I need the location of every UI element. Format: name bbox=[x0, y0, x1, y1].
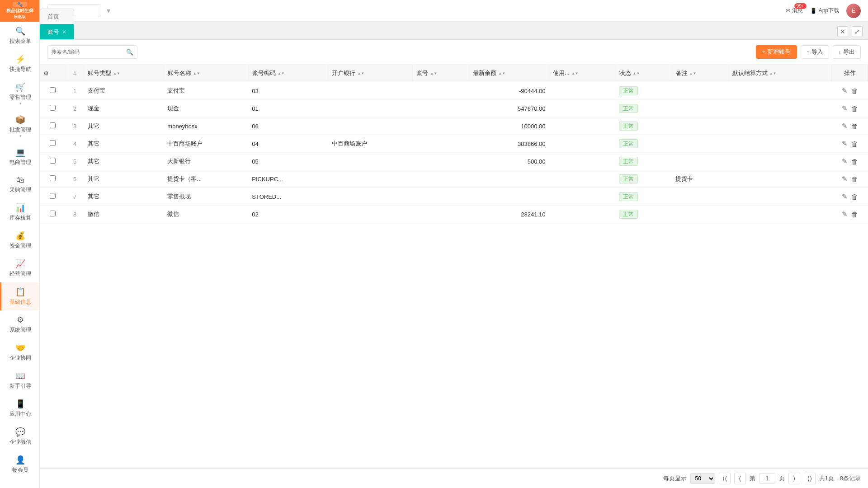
sidebar-icon-purchase-mgmt: 🛍 bbox=[16, 175, 24, 185]
col-header-name[interactable]: 账号名称▲▼ bbox=[164, 65, 248, 82]
sort-bank[interactable]: ▲▼ bbox=[357, 71, 364, 75]
row-checkbox-1[interactable] bbox=[50, 105, 56, 111]
edit-btn-2[interactable]: ✎ bbox=[842, 122, 848, 130]
tab-account[interactable]: 账号✕ bbox=[40, 24, 74, 39]
col-header-type[interactable]: 账号类型▲▼ bbox=[84, 65, 164, 82]
app-download-icon: 📱 bbox=[810, 8, 817, 14]
sidebar-item-ops-mgmt[interactable]: 📈 经营管理 bbox=[0, 254, 39, 282]
delete-btn-6[interactable]: 🗑 bbox=[851, 193, 858, 201]
delete-btn-0[interactable]: 🗑 bbox=[851, 87, 858, 95]
logo: 🐾 粮品优时生鲜 乐惠版 bbox=[0, 0, 39, 22]
delete-btn-2[interactable]: 🗑 bbox=[851, 122, 858, 130]
delete-btn-4[interactable]: 🗑 bbox=[851, 158, 858, 165]
sidebar-item-purchase-mgmt[interactable]: 🛍 采购管理 bbox=[0, 171, 39, 198]
row-ops-7: ✎ 🗑 bbox=[832, 206, 868, 223]
delete-btn-3[interactable]: 🗑 bbox=[851, 140, 858, 148]
row-checkbox-4[interactable] bbox=[50, 158, 56, 164]
delete-btn-1[interactable]: 🗑 bbox=[851, 105, 858, 113]
tab-close-button[interactable]: ✕ bbox=[837, 26, 848, 37]
delete-btn-7[interactable]: 🗑 bbox=[851, 211, 858, 218]
sidebar-item-quick-nav[interactable]: ⚡ 快捷导航 bbox=[0, 50, 39, 78]
sort-remark[interactable]: ▲▼ bbox=[689, 71, 697, 75]
header-dropdown-icon[interactable]: ▾ bbox=[107, 6, 110, 15]
row-checkbox-6[interactable] bbox=[50, 193, 56, 199]
edit-btn-4[interactable]: ✎ bbox=[842, 157, 848, 165]
import-button[interactable]: ↑ 导入 bbox=[801, 45, 829, 59]
col-header-status[interactable]: 状态▲▼ bbox=[615, 65, 672, 82]
tab-home[interactable]: 首页 bbox=[40, 9, 74, 24]
sidebar-item-basic-info[interactable]: 📋 基础信息 bbox=[0, 282, 39, 310]
tab-close-account[interactable]: ✕ bbox=[62, 29, 66, 35]
col-header-ops: 操作 bbox=[832, 65, 868, 82]
sort-type[interactable]: ▲▼ bbox=[113, 71, 120, 75]
col-header-bank[interactable]: 开户银行▲▼ bbox=[328, 65, 413, 82]
sidebar-item-wholesale-mgmt[interactable]: 📦 批发管理 ▾ bbox=[0, 110, 39, 143]
col-header-remark[interactable]: 备注▲▼ bbox=[672, 65, 728, 82]
sidebar-item-enterprise-agreement[interactable]: 🤝 企业协同 bbox=[0, 338, 39, 366]
edit-btn-1[interactable]: ✎ bbox=[842, 104, 848, 113]
next-page-button[interactable]: ⟩ bbox=[788, 473, 800, 484]
edit-btn-7[interactable]: ✎ bbox=[842, 210, 848, 218]
col-header-balance[interactable]: 最新余额▲▼ bbox=[469, 65, 549, 82]
message-button[interactable]: ✉ 消息 99+ bbox=[786, 7, 803, 14]
row-checkbox-3[interactable] bbox=[50, 140, 56, 146]
export-label: 导出 bbox=[843, 48, 855, 56]
row-checkbox-5[interactable] bbox=[50, 175, 56, 181]
row-remark-4 bbox=[672, 153, 728, 170]
sidebar-item-inventory[interactable]: 📊 库存核算 bbox=[0, 198, 39, 226]
export-icon: ↓ bbox=[839, 49, 842, 56]
row-type-4: 其它 bbox=[84, 153, 164, 170]
row-name-6: 零售抵现 bbox=[164, 188, 248, 206]
sort-account[interactable]: ▲▼ bbox=[430, 71, 437, 75]
sort-status[interactable]: ▲▼ bbox=[633, 71, 640, 75]
row-usage-3 bbox=[549, 135, 616, 153]
tab-bar-actions: ✕ ⤢ bbox=[832, 24, 868, 39]
first-page-button[interactable]: ⟨⟨ bbox=[719, 473, 731, 484]
row-checkbox-2[interactable] bbox=[50, 122, 56, 128]
row-checkbox-0[interactable] bbox=[50, 87, 56, 93]
delete-btn-5[interactable]: 🗑 bbox=[851, 175, 858, 183]
page-number-input[interactable] bbox=[759, 473, 775, 483]
sort-default_settlement[interactable]: ▲▼ bbox=[769, 71, 777, 75]
row-code-6: STORED... bbox=[248, 188, 328, 206]
row-default-settlement-6 bbox=[728, 188, 832, 206]
sort-name[interactable]: ▲▼ bbox=[193, 71, 200, 75]
prev-page-button[interactable]: ⟨ bbox=[734, 473, 746, 484]
sidebar-item-newbie-guide[interactable]: 📖 新手引导 bbox=[0, 366, 39, 394]
per-page-select[interactable]: 50 20 100 bbox=[690, 473, 715, 484]
col-header-account[interactable]: 账号▲▼ bbox=[413, 65, 469, 82]
search-input[interactable] bbox=[51, 49, 126, 55]
col-header-default_settlement[interactable]: 默认结算方式▲▼ bbox=[728, 65, 832, 82]
table-row: 7其它零售抵现STORED...正常 ✎ 🗑 bbox=[40, 188, 868, 206]
sort-code[interactable]: ▲▼ bbox=[278, 71, 285, 75]
sidebar-item-finance-mgmt[interactable]: 💰 资金管理 bbox=[0, 226, 39, 254]
edit-btn-5[interactable]: ✎ bbox=[842, 175, 848, 183]
sidebar-item-member[interactable]: 👤 畅会员 bbox=[0, 450, 39, 479]
sidebar-item-ecommerce-mgmt[interactable]: 💻 电商管理 bbox=[0, 143, 39, 171]
col-header-usage[interactable]: 使用...▲▼ bbox=[549, 65, 616, 82]
row-default-settlement-3 bbox=[728, 135, 832, 153]
sort-usage[interactable]: ▲▼ bbox=[571, 71, 579, 75]
sidebar-item-enterprise-wechat[interactable]: 💬 企业微信 bbox=[0, 422, 39, 450]
export-button[interactable]: ↓ 导出 bbox=[833, 45, 861, 59]
sort-balance[interactable]: ▲▼ bbox=[498, 71, 505, 75]
tab-fullscreen-button[interactable]: ⤢ bbox=[852, 26, 863, 37]
edit-btn-0[interactable]: ✎ bbox=[842, 87, 848, 95]
edit-btn-3[interactable]: ✎ bbox=[842, 140, 848, 148]
last-page-button[interactable]: ⟩⟩ bbox=[804, 473, 816, 484]
col-header-code[interactable]: 账号编码▲▼ bbox=[248, 65, 328, 82]
sidebar-item-retail-mgmt[interactable]: 🛒 零售管理 ▾ bbox=[0, 78, 39, 110]
edit-btn-6[interactable]: ✎ bbox=[842, 192, 848, 201]
row-bank-3: 中百商场账户 bbox=[328, 135, 413, 153]
sidebar-item-search-menu[interactable]: 🔍 搜索菜单 bbox=[0, 22, 39, 50]
user-avatar[interactable]: E bbox=[846, 4, 861, 18]
row-checkbox-7[interactable] bbox=[50, 211, 56, 216]
row-type-6: 其它 bbox=[84, 188, 164, 206]
sidebar-item-sys-mgmt[interactable]: ⚙ 系统管理 bbox=[0, 310, 39, 338]
sidebar-item-app-center[interactable]: 📱 应用中心 bbox=[0, 394, 39, 422]
toolbar-left: 🔍 bbox=[47, 45, 137, 59]
add-account-button[interactable]: + 新增账号 bbox=[756, 45, 797, 59]
app-download-button[interactable]: 📱 App下载 bbox=[810, 7, 839, 14]
row-name-0: 支付宝 bbox=[164, 82, 248, 100]
row-status-0: 正常 bbox=[615, 82, 672, 100]
